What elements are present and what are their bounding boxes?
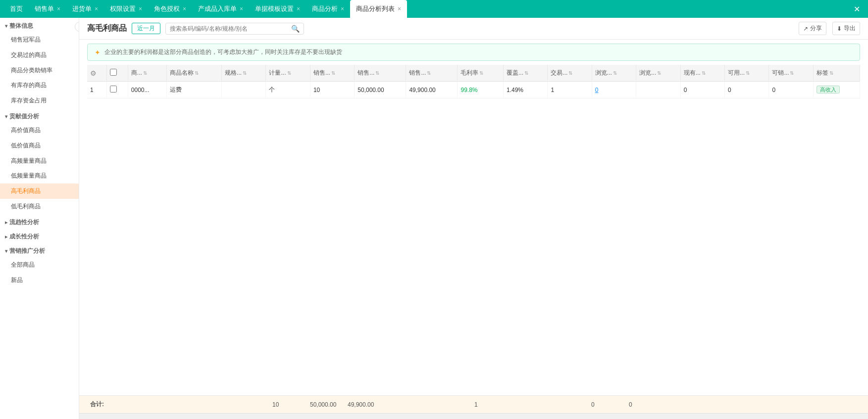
row-checkbox[interactable] bbox=[107, 82, 128, 98]
col-header-margin_rate[interactable]: 毛利率⇅ bbox=[458, 65, 504, 82]
col-header-unit[interactable]: 计量...⇅ bbox=[266, 65, 310, 82]
row-spec bbox=[222, 82, 266, 98]
col-header-checkbox[interactable] bbox=[107, 65, 128, 82]
share-button[interactable]: ↗ 分享 bbox=[799, 22, 826, 35]
sidebar-item-low-freq[interactable]: 低频量量商品 bbox=[0, 168, 79, 184]
sidebar-item-new-products[interactable]: 新品 bbox=[0, 273, 79, 288]
col-header-sellable[interactable]: 可销...⇅ bbox=[769, 65, 813, 82]
search-icon[interactable]: 🔍 bbox=[291, 25, 300, 33]
sort-icon-browse1[interactable]: ⇅ bbox=[613, 70, 617, 76]
sidebar-group-wealth[interactable]: ▾贡献值分析 bbox=[0, 108, 79, 123]
sidebar-item-low-value[interactable]: 低价值商品 bbox=[0, 138, 79, 153]
footer-label: 合计: bbox=[90, 400, 104, 409]
sidebar-group-growth[interactable]: ▸成长性分析 bbox=[0, 229, 79, 243]
sidebar-item-category-rate[interactable]: 商品分类助销率 bbox=[0, 63, 79, 78]
tab-close-sales[interactable]: × bbox=[57, 5, 60, 12]
group-arrow-growth: ▸ bbox=[5, 234, 7, 239]
tab-purchase[interactable]: 进货单× bbox=[66, 0, 104, 18]
col-header-trade[interactable]: 交易...⇅ bbox=[548, 65, 592, 82]
tab-role[interactable]: 角色授权× bbox=[148, 0, 192, 18]
tab-analysis-list[interactable]: 商品分析列表× bbox=[350, 0, 407, 18]
sidebar-item-low-margin[interactable]: 低毛利商品 bbox=[0, 199, 79, 214]
tab-analysis[interactable]: 商品分析× bbox=[306, 0, 350, 18]
col-header-browse1[interactable]: 浏览...⇅ bbox=[592, 65, 636, 82]
sidebar-item-sales-rank[interactable]: 销售冠军品 bbox=[0, 32, 79, 47]
col-header-available[interactable]: 可用...⇅ bbox=[725, 65, 769, 82]
footer-stock: 0 bbox=[591, 401, 621, 408]
content-area: 高毛利商品 近一月 🔍 ↗ 分享 ⬇ 导出 ✦ 企业的主要的利润都是这部分商品创… bbox=[79, 18, 868, 419]
sort-icon-tag[interactable]: ⇅ bbox=[829, 70, 833, 76]
sort-icon-code[interactable]: ⇅ bbox=[143, 70, 147, 76]
tab-close-purchase[interactable]: × bbox=[95, 5, 98, 12]
tab-close-product-in[interactable]: × bbox=[240, 5, 243, 12]
info-banner: ✦ 企业的主要的利润都是这部分商品创造的，可考虑加大推广，同时关注库存是不要出现… bbox=[87, 44, 860, 61]
row-available: 0 bbox=[725, 82, 769, 98]
sort-icon-available[interactable]: ⇅ bbox=[746, 70, 750, 76]
sidebar-item-high-freq[interactable]: 高频量量商品 bbox=[0, 153, 79, 169]
col-header-name[interactable]: 商品名称⇅ bbox=[166, 65, 221, 82]
tab-permission[interactable]: 权限设置× bbox=[104, 0, 148, 18]
col-header-spec[interactable]: 规格...⇅ bbox=[222, 65, 266, 82]
col-header-tag[interactable]: 标签⇅ bbox=[813, 65, 860, 82]
horizontal-scrollbar[interactable] bbox=[79, 413, 868, 419]
sidebar-group-overall[interactable]: ▾整体信息 bbox=[0, 18, 79, 32]
sort-icon-name[interactable]: ⇅ bbox=[195, 70, 199, 76]
sort-icon-coverage[interactable]: ⇅ bbox=[524, 70, 528, 76]
table-container[interactable]: ⚙商...⇅商品名称⇅规格...⇅计量...⇅销售...⇅销售...⇅销售...… bbox=[79, 65, 868, 395]
footer-sales-amount: 50,000.00 bbox=[310, 401, 340, 408]
col-header-sales_qty[interactable]: 销售...⇅ bbox=[310, 65, 354, 82]
row-sales-qty: 10 bbox=[310, 82, 354, 98]
table-footer: 合计: 10 50,000.00 49,900.00 1 0 0 bbox=[79, 395, 868, 413]
tab-close-template[interactable]: × bbox=[297, 5, 300, 12]
row-coverage: 1.49% bbox=[504, 82, 548, 98]
table-row: 10000...运费个1050,000.0049,900.0099.8%1.49… bbox=[87, 82, 860, 98]
group-arrow-overall: ▾ bbox=[5, 23, 7, 29]
sort-icon-browse2[interactable]: ⇅ bbox=[657, 70, 661, 76]
sort-icon-margin_rate[interactable]: ⇅ bbox=[479, 70, 483, 76]
col-header-sales_amount[interactable]: 销售...⇅ bbox=[355, 65, 406, 82]
sidebar-group-marketing[interactable]: ▾营销推广分析 bbox=[0, 243, 79, 257]
global-close-button[interactable]: ✕ bbox=[850, 4, 864, 14]
sidebar-item-traded[interactable]: 交易过的商品 bbox=[0, 47, 79, 63]
sort-icon-sellable[interactable]: ⇅ bbox=[790, 70, 794, 76]
col-header-sales_profit[interactable]: 销售...⇅ bbox=[406, 65, 458, 82]
sidebar-item-stock-ratio[interactable]: 库存资金占用 bbox=[0, 93, 79, 108]
export-button[interactable]: ⬇ 导出 bbox=[832, 22, 860, 35]
sort-icon-sales_qty[interactable]: ⇅ bbox=[331, 70, 335, 76]
tab-close-analysis[interactable]: × bbox=[341, 5, 344, 12]
tab-close-role[interactable]: × bbox=[183, 5, 186, 12]
sidebar-item-high-margin[interactable]: 高毛利商品 bbox=[0, 184, 79, 199]
tab-product-in[interactable]: 产成品入库单× bbox=[192, 0, 249, 18]
select-all-checkbox[interactable] bbox=[110, 69, 117, 76]
row-unit: 个 bbox=[266, 82, 310, 98]
tab-close-permission[interactable]: × bbox=[139, 5, 142, 12]
footer-available: 0 bbox=[629, 401, 659, 408]
sort-icon-spec[interactable]: ⇅ bbox=[243, 70, 247, 76]
tab-sales[interactable]: 销售单× bbox=[29, 0, 66, 18]
search-input[interactable] bbox=[170, 25, 288, 32]
sort-icon-trade[interactable]: ⇅ bbox=[568, 70, 572, 76]
sort-icon-unit[interactable]: ⇅ bbox=[287, 70, 291, 76]
sort-icon-sales_amount[interactable]: ⇅ bbox=[375, 70, 379, 76]
time-filter-button[interactable]: 近一月 bbox=[132, 23, 160, 34]
sort-icon-current_stock[interactable]: ⇅ bbox=[702, 70, 706, 76]
sidebar-item-all-products[interactable]: 全部商品 bbox=[0, 257, 79, 273]
sidebar-item-high-value[interactable]: 高价值商品 bbox=[0, 123, 79, 138]
col-header-current_stock[interactable]: 现有...⇅ bbox=[680, 65, 724, 82]
row-browse2 bbox=[636, 82, 680, 98]
col-header-code[interactable]: 商...⇅ bbox=[128, 65, 166, 82]
col-header-settings[interactable]: ⚙ bbox=[87, 65, 107, 82]
table-body: 10000...运费个1050,000.0049,900.0099.8%1.49… bbox=[87, 82, 860, 98]
tab-close-analysis-list[interactable]: × bbox=[398, 5, 401, 12]
sort-icon-sales_profit[interactable]: ⇅ bbox=[427, 70, 431, 76]
col-header-browse2[interactable]: 浏览...⇅ bbox=[636, 65, 680, 82]
tab-template[interactable]: 单据模板设置× bbox=[249, 0, 306, 18]
col-header-coverage[interactable]: 覆盖...⇅ bbox=[504, 65, 548, 82]
group-arrow-marketing: ▾ bbox=[5, 248, 7, 254]
settings-icon[interactable]: ⚙ bbox=[90, 69, 97, 77]
sidebar-item-in-stock[interactable]: 有库存的商品 bbox=[0, 78, 79, 93]
tab-home[interactable]: 首页 bbox=[4, 0, 29, 18]
row-browse1[interactable]: 0 bbox=[592, 82, 636, 98]
group-arrow-wealth: ▾ bbox=[5, 114, 7, 119]
sidebar-group-trend[interactable]: ▸流趋性分析 bbox=[0, 214, 79, 229]
